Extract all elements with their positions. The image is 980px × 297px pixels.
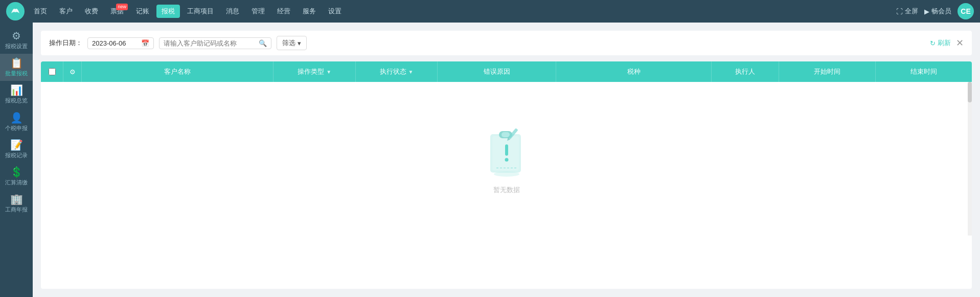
empty-illustration bbox=[481, 123, 532, 179]
filter-button[interactable]: 筛选 ▾ bbox=[277, 36, 307, 50]
sidebar-label-baoshui-zongjian: 报税总览 bbox=[5, 97, 28, 104]
sidebar-label-baoshui-jilu: 报税记录 bbox=[5, 152, 28, 159]
search-box[interactable]: 🔍 bbox=[159, 37, 271, 49]
member-button[interactable]: ▶ 畅会员 bbox=[924, 7, 951, 16]
nav-item-报税[interactable]: 报税 bbox=[156, 5, 180, 18]
avatar-text: CE bbox=[961, 7, 970, 15]
col-header-executor: 执行人 bbox=[712, 61, 779, 82]
search-icon[interactable]: 🔍 bbox=[259, 39, 267, 47]
date-filter-label: 操作日期： bbox=[49, 38, 82, 48]
close-button[interactable]: ✕ bbox=[956, 38, 964, 48]
content-area: 操作日期： 📅 🔍 筛选 ▾ ↻ 刷新 ✕ bbox=[33, 23, 980, 297]
nav-item-工商项目[interactable]: 工商项目 bbox=[182, 5, 219, 18]
sidebar-label-huisuan-jiaona: 汇算清缴 bbox=[5, 179, 28, 186]
date-picker[interactable]: 📅 bbox=[87, 37, 154, 49]
sidebar-label-gongshang-nianbao: 工商年报 bbox=[5, 206, 28, 213]
search-input[interactable] bbox=[164, 39, 257, 47]
refresh-label: 刷新 bbox=[938, 38, 951, 48]
fullscreen-label: 全屏 bbox=[905, 7, 918, 16]
sidebar-item-baoshui-jilu[interactable]: 📝报税记录 bbox=[0, 136, 33, 163]
col-header-status[interactable]: 执行状态 ▼ bbox=[356, 61, 438, 82]
col-header-endtime: 结束时间 bbox=[876, 61, 972, 82]
nav-item-设置[interactable]: 设置 bbox=[323, 5, 347, 18]
empty-state: 暂无数据 bbox=[41, 82, 972, 236]
user-avatar[interactable]: CE bbox=[958, 3, 974, 19]
calendar-icon: 📅 bbox=[141, 39, 149, 47]
nav-item-收费[interactable]: 收费 bbox=[80, 5, 103, 18]
sort-icon-optype: ▼ bbox=[326, 69, 331, 75]
col-header-error: 错误原因 bbox=[438, 61, 556, 82]
col-header-optype[interactable]: 操作类型 ▼ bbox=[274, 61, 355, 82]
sidebar-icon-baoshui-jilu: 📝 bbox=[10, 140, 23, 150]
scrollbar-track[interactable] bbox=[968, 82, 972, 236]
sidebar-label-baoshui-shezhi: 报税设置 bbox=[5, 43, 28, 50]
table-header: ⚙ 客户名称 操作类型 ▼ 执行状态 ▼ 错误原因 税种 bbox=[41, 61, 972, 82]
col-header-taxtype: 税种 bbox=[556, 61, 712, 82]
sidebar: ⚙报税设置📋批量报税📊报税总览👤个税申报📝报税记录💲汇算清缴🏢工商年报 bbox=[0, 23, 33, 297]
nav-item-票据[interactable]: 票据new bbox=[105, 5, 129, 18]
sidebar-item-gongshang-nianbao[interactable]: 🏢工商年报 bbox=[0, 190, 33, 217]
new-badge: new bbox=[116, 4, 128, 10]
select-all-checkbox-cell[interactable] bbox=[41, 61, 63, 82]
member-label: 畅会员 bbox=[931, 7, 951, 16]
filter-bar: 操作日期： 📅 🔍 筛选 ▾ ↻ 刷新 ✕ bbox=[41, 31, 972, 55]
sidebar-icon-baoshui-shezhi: ⚙ bbox=[12, 31, 21, 41]
table-body: 暂无数据 bbox=[41, 82, 972, 236]
nav-item-服务[interactable]: 服务 bbox=[298, 5, 321, 18]
select-all-checkbox[interactable] bbox=[49, 68, 56, 75]
member-icon: ▶ bbox=[924, 8, 929, 15]
main-layout: ⚙报税设置📋批量报税📊报税总览👤个税申报📝报税记录💲汇算清缴🏢工商年报 操作日期… bbox=[0, 23, 980, 297]
nav-item-客户[interactable]: 客户 bbox=[54, 5, 78, 18]
nav-item-首页[interactable]: 首页 bbox=[29, 5, 52, 18]
sidebar-item-baoshui-shezhi[interactable]: ⚙报税设置 bbox=[0, 27, 33, 54]
filter-label-text: 筛选 bbox=[282, 38, 295, 48]
sidebar-item-baoshui-zongjian[interactable]: 📊报税总览 bbox=[0, 81, 33, 108]
fullscreen-icon: ⛶ bbox=[896, 8, 903, 15]
refresh-icon: ↻ bbox=[930, 39, 936, 47]
data-table: ⚙ 客户名称 操作类型 ▼ 执行状态 ▼ 错误原因 税种 bbox=[41, 61, 972, 289]
sort-icon-status: ▼ bbox=[408, 69, 414, 75]
col-header-starttime: 开始时间 bbox=[779, 61, 876, 82]
top-navigation: 首页客户收费票据new记账报税工商项目消息管理经营服务设置 ⛶ 全屏 ▶ 畅会员… bbox=[0, 0, 980, 23]
sidebar-item-piliang-baoshui[interactable]: 📋批量报税 bbox=[0, 54, 33, 81]
col-header-name: 客户名称 bbox=[82, 61, 274, 82]
date-input[interactable] bbox=[92, 39, 138, 47]
chevron-down-icon: ▾ bbox=[298, 39, 301, 47]
sidebar-icon-gongshang-nianbao: 🏢 bbox=[10, 194, 23, 204]
settings-column-icon[interactable]: ⚙ bbox=[63, 61, 82, 82]
svg-rect-4 bbox=[502, 132, 510, 137]
nav-item-消息[interactable]: 消息 bbox=[221, 5, 244, 18]
sidebar-icon-geshuishenghao: 👤 bbox=[10, 113, 23, 123]
svg-point-10 bbox=[494, 172, 519, 177]
nav-item-记账[interactable]: 记账 bbox=[131, 5, 154, 18]
nav-items-list: 首页客户收费票据new记账报税工商项目消息管理经营服务设置 bbox=[29, 5, 896, 18]
nav-item-管理[interactable]: 管理 bbox=[246, 5, 270, 18]
sidebar-label-geshuishenghao: 个税申报 bbox=[5, 125, 28, 132]
sidebar-icon-huisuan-jiaona: 💲 bbox=[10, 167, 23, 177]
refresh-button[interactable]: ↻ 刷新 bbox=[930, 38, 951, 48]
sidebar-item-geshuishenghao[interactable]: 👤个税申报 bbox=[0, 109, 33, 136]
nav-item-经营[interactable]: 经营 bbox=[272, 5, 295, 18]
sidebar-icon-piliang-baoshui: 📋 bbox=[10, 58, 23, 68]
sidebar-icon-baoshui-zongjian: 📊 bbox=[10, 85, 23, 95]
sidebar-item-huisuan-jiaona[interactable]: 💲汇算清缴 bbox=[0, 163, 33, 190]
scrollbar-thumb[interactable] bbox=[968, 82, 972, 102]
fullscreen-button[interactable]: ⛶ 全屏 bbox=[896, 7, 918, 16]
svg-point-6 bbox=[505, 158, 508, 162]
sidebar-label-piliang-baoshui: 批量报税 bbox=[5, 70, 28, 77]
app-logo[interactable] bbox=[6, 2, 25, 20]
nav-right: ⛶ 全屏 ▶ 畅会员 CE bbox=[896, 3, 974, 19]
svg-rect-5 bbox=[505, 144, 508, 156]
empty-text: 暂无数据 bbox=[493, 185, 520, 195]
